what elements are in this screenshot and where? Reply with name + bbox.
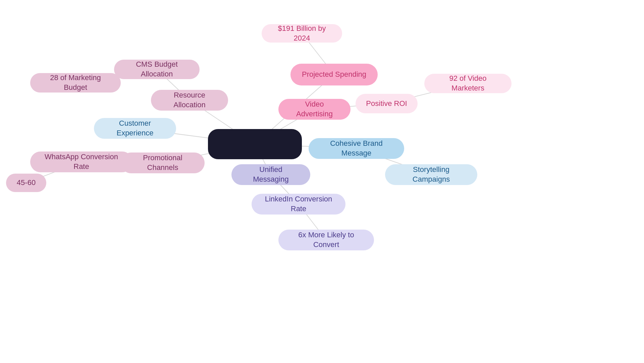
28-marketing-node: 28 of Marketing Budget bbox=[30, 73, 121, 93]
customer-experience-node: Customer Experience bbox=[94, 118, 176, 139]
45-60-node: 45-60 bbox=[6, 174, 46, 192]
storytelling-node: Storytelling Campaigns bbox=[385, 164, 477, 185]
video-advertising-node: Video Advertising bbox=[278, 99, 351, 120]
whatsapp-conversion-node: WhatsApp Conversion Rate bbox=[30, 152, 132, 172]
positive-roi-node: Positive ROI bbox=[356, 94, 418, 113]
resource-allocation-node: Resource Allocation bbox=[151, 90, 228, 111]
unified-messaging-node: Unified Messaging bbox=[231, 164, 310, 185]
92-video-marketers-node: 92 of Video Marketers bbox=[424, 74, 512, 93]
promotional-channels-node: Promotional Channels bbox=[121, 153, 205, 173]
projected-spending-node: Projected Spending bbox=[290, 64, 378, 85]
6x-convert-node: 6x More Likely to Convert bbox=[278, 230, 374, 250]
cohesive-brand-node: Cohesive Brand Message bbox=[309, 138, 404, 159]
linkedin-conversion-node: LinkedIn Conversion Rate bbox=[252, 194, 345, 215]
cms-budget-node: CMS Budget Allocation bbox=[114, 60, 200, 79]
191-billion-node: $191 Billion by 2024 bbox=[262, 24, 342, 43]
center-node bbox=[208, 129, 302, 159]
